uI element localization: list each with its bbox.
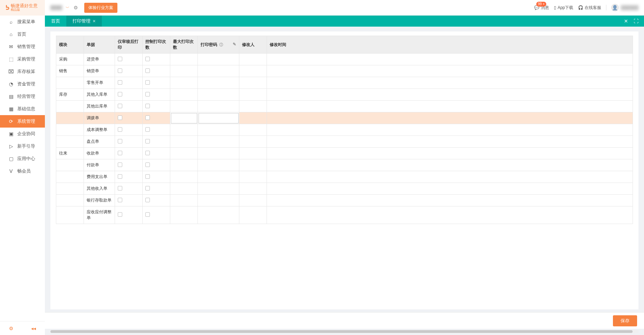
cell-module xyxy=(56,183,84,195)
sidebar-item-guide[interactable]: ▷新手引导 xyxy=(0,140,45,152)
sidebar-item-collab[interactable]: ▣企业协同 xyxy=(0,128,45,140)
org-name: ████ xyxy=(50,5,62,10)
checkbox[interactable] xyxy=(145,127,150,132)
save-button[interactable]: 保存 xyxy=(613,315,637,326)
checkbox[interactable] xyxy=(145,151,150,155)
sidebar-item-search-menu[interactable]: ⌕搜索菜单 xyxy=(0,16,45,28)
cell-control xyxy=(143,65,170,77)
checkbox[interactable] xyxy=(145,57,150,61)
cell-password xyxy=(198,54,239,65)
table-row: 其他收入单 xyxy=(56,183,633,195)
cell-module xyxy=(56,206,84,224)
checkbox[interactable] xyxy=(118,174,122,179)
sidebar-item-home[interactable]: ⌂首页 xyxy=(0,28,45,40)
settings-icon[interactable]: ⚙ xyxy=(9,326,13,331)
scrollbar-thumb[interactable] xyxy=(50,330,633,333)
cell-document: 应收应付调整单 xyxy=(84,206,115,224)
gear-icon[interactable]: ⚙ xyxy=(74,5,78,10)
table-row: 调拨单 xyxy=(56,112,633,124)
cell-modifier xyxy=(239,54,267,65)
checkbox[interactable] xyxy=(118,162,122,167)
checkbox[interactable] xyxy=(145,115,150,120)
user-menu[interactable]: 👤 ██████ xyxy=(611,4,638,11)
checkbox[interactable] xyxy=(118,68,122,73)
cell-max-count xyxy=(170,148,198,159)
checkbox[interactable] xyxy=(145,139,150,143)
sidebar-item-sales[interactable]: ✉销售管理 xyxy=(0,40,45,53)
cell-control xyxy=(143,183,170,195)
cell-document: 其他入库单 xyxy=(84,89,115,101)
checkbox[interactable] xyxy=(145,68,150,73)
cell-control xyxy=(143,159,170,171)
checkbox[interactable] xyxy=(118,115,122,120)
cell-module xyxy=(56,124,84,136)
sidebar-item-funds[interactable]: ◔资金管理 xyxy=(0,78,45,90)
cell-audit xyxy=(115,89,143,101)
help-icon[interactable]: ⓘ xyxy=(219,43,223,47)
cell-module xyxy=(56,136,84,148)
checkbox[interactable] xyxy=(118,151,122,155)
sidebar-item-inventory[interactable]: ⌧库存核算 xyxy=(0,65,45,78)
edit-icon[interactable]: ✎ xyxy=(233,42,236,47)
sidebar-item-label: 销售管理 xyxy=(17,44,35,50)
purchase-icon: ⬚ xyxy=(8,56,14,62)
messages-link[interactable]: 💬 99 + 消息 xyxy=(534,5,549,11)
logo[interactable]: ᕊ 畅捷通好生意 精品版 xyxy=(0,0,45,16)
checkbox[interactable] xyxy=(145,186,150,190)
checkbox[interactable] xyxy=(145,92,150,96)
sidebar-item-label: 企业协同 xyxy=(17,131,35,137)
checkbox[interactable] xyxy=(118,104,122,108)
app-download-link[interactable]: ▯ App下载 xyxy=(554,5,573,11)
checkbox[interactable] xyxy=(145,198,150,202)
user-name: ██████ xyxy=(621,5,638,10)
col-module: 模块 xyxy=(56,36,84,54)
sidebar-item-label: 搜索菜单 xyxy=(17,19,35,25)
sidebar-item-basic[interactable]: ▦基础信息 xyxy=(0,103,45,115)
cell-audit xyxy=(115,65,143,77)
collapse-icon[interactable]: ◂◂ xyxy=(31,326,36,331)
tab-fullscreen[interactable]: ⛶ xyxy=(631,16,641,27)
checkbox[interactable] xyxy=(118,212,122,217)
cell-module: 采购 xyxy=(56,54,84,65)
basic-icon: ▦ xyxy=(8,106,14,112)
support-link[interactable]: 🎧 在线客服 xyxy=(578,5,601,11)
tab-close-all[interactable]: ✕ xyxy=(621,16,631,27)
cell-modifier xyxy=(239,89,267,101)
cta-button[interactable]: 体验行业方案 xyxy=(84,3,117,13)
cell-audit xyxy=(115,112,143,124)
org-selector[interactable]: ████ ﹀ xyxy=(50,5,69,10)
checkbox[interactable] xyxy=(118,186,122,190)
cell-control xyxy=(143,89,170,101)
system-icon: ⟳ xyxy=(8,119,14,124)
cell-mod-time xyxy=(267,183,633,195)
close-icon[interactable]: ✕ xyxy=(93,19,96,24)
sidebar: ⌕搜索菜单⌂首页✉销售管理⬚采购管理⌧库存核算◔资金管理▤经营管理▦基础信息⟳系… xyxy=(0,16,45,335)
checkbox[interactable] xyxy=(118,57,122,61)
sidebar-item-purchase[interactable]: ⬚采购管理 xyxy=(0,53,45,65)
horizontal-scrollbar[interactable] xyxy=(50,330,638,333)
checkbox[interactable] xyxy=(118,80,122,85)
cell-control xyxy=(143,101,170,112)
checkbox[interactable] xyxy=(145,104,150,108)
checkbox[interactable] xyxy=(145,174,150,179)
cell-max-count[interactable] xyxy=(170,112,198,124)
cell-password[interactable] xyxy=(198,112,239,124)
cell-mod-time xyxy=(267,54,633,65)
table-row: 零售开单 xyxy=(56,77,633,89)
checkbox[interactable] xyxy=(118,198,122,202)
collab-icon: ▣ xyxy=(8,131,14,137)
checkbox[interactable] xyxy=(145,80,150,85)
cell-modifier xyxy=(239,183,267,195)
checkbox[interactable] xyxy=(118,139,122,143)
checkbox[interactable] xyxy=(145,162,150,167)
sidebar-item-system[interactable]: ⟳系统管理 xyxy=(0,115,45,128)
checkbox[interactable] xyxy=(118,92,122,96)
cell-password xyxy=(198,101,239,112)
tab-首页[interactable]: 首页 xyxy=(45,16,66,27)
checkbox[interactable] xyxy=(118,127,122,132)
sidebar-item-biz[interactable]: ▤经营管理 xyxy=(0,90,45,103)
tab-打印管理[interactable]: 打印管理✕ xyxy=(66,16,102,27)
sidebar-item-apps[interactable]: ▢应用中心 xyxy=(0,152,45,165)
checkbox[interactable] xyxy=(145,212,150,217)
sidebar-item-member[interactable]: V畅会员 xyxy=(0,165,45,177)
